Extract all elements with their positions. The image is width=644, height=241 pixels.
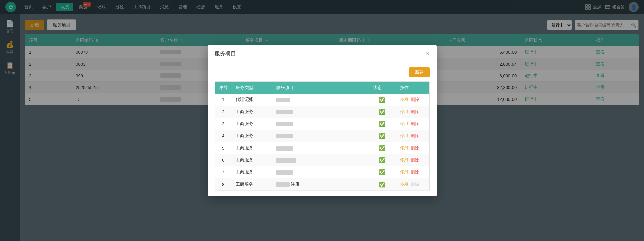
delete-button[interactable]: 删除 <box>411 146 419 150</box>
modal-cell-status: ✅ <box>369 130 396 142</box>
modal-cell-action: 停用 删除 <box>396 130 429 142</box>
modal-cell-seq: 5 <box>215 142 232 154</box>
modal-cell-action: 停用 删除 <box>396 142 429 154</box>
modal-cell-seq: 2 <box>215 106 232 118</box>
modal-toolbar: 新建 <box>215 67 430 77</box>
main-layout: 📄 合同 💰 收费 📋 对账单 新增 服务项目 进行中 全部 已终止 <box>0 14 644 241</box>
modal-cell-status: ✅ <box>369 154 396 166</box>
service-item-blurred <box>276 134 293 138</box>
modal-cell-seq: 8 <box>215 178 232 190</box>
modal-cell-action: 停用 删除 <box>396 166 429 178</box>
modal-cell-seq: 1 <box>215 94 232 106</box>
modal-cell-seq: 4 <box>215 130 232 142</box>
modal-col-action: 操作 <box>396 82 429 94</box>
modal-cell-seq: 7 <box>215 166 232 178</box>
modal-cell-action: 停用 删除 <box>396 106 429 118</box>
status-check-icon: ✅ <box>379 182 386 187</box>
modal-table-row: 7 工商服务 ✅ 停用 删除 <box>215 166 429 178</box>
modal-cell-type: 工商服务 <box>232 142 272 154</box>
delete-button[interactable]: 删除 <box>411 109 419 114</box>
status-check-icon: ✅ <box>379 157 386 163</box>
modal-cell-type: 工商服务 <box>232 166 272 178</box>
modal-title: 服务项目 <box>215 50 236 57</box>
modal-cell-item <box>272 118 369 130</box>
modal-cell-type: 工商服务 <box>232 130 272 142</box>
modal-table-row: 1 代理记账 1 ✅ 停用 删除 <box>215 94 429 106</box>
stop-button[interactable]: 停用 <box>400 121 408 126</box>
modal-new-button[interactable]: 新建 <box>409 67 430 77</box>
modal-cell-item <box>272 166 369 178</box>
service-item-blurred <box>276 110 293 114</box>
delete-button[interactable]: 删除 <box>411 97 419 102</box>
modal-cell-item <box>272 106 369 118</box>
modal-overlay[interactable]: 服务项目 × 新建 序号 服务类型 服务项目 <box>20 14 644 241</box>
modal-table: 序号 服务类型 服务项目 状态 操作 1 代理记账 1 ✅ <box>215 82 429 191</box>
modal-cell-item: 注册 <box>272 178 369 190</box>
modal-cell-type: 工商服务 <box>232 178 272 190</box>
stop-button[interactable]: 停用 <box>400 146 408 150</box>
service-modal: 服务项目 × 新建 序号 服务类型 服务项目 <box>208 45 437 196</box>
modal-header: 服务项目 × <box>208 45 437 62</box>
modal-cell-action: 停用 删除 <box>396 118 429 130</box>
modal-cell-seq: 6 <box>215 154 232 166</box>
main-content: 新增 服务项目 进行中 全部 已终止 🔍 序号 合 <box>20 14 644 241</box>
modal-col-type: 服务类型 <box>232 82 272 94</box>
modal-cell-action: 停用 删除 <box>396 154 429 166</box>
stop-button[interactable]: 停用 <box>400 133 408 138</box>
stop-button[interactable]: 停用 <box>400 182 408 187</box>
service-item-blurred <box>276 98 290 102</box>
modal-cell-status: ✅ <box>369 118 396 130</box>
status-check-icon: ✅ <box>379 109 386 115</box>
modal-table-header-row: 序号 服务类型 服务项目 状态 操作 <box>215 82 429 94</box>
modal-close-button[interactable]: × <box>426 51 430 57</box>
service-item-blurred <box>276 122 293 126</box>
service-item-blurred <box>276 146 293 151</box>
modal-cell-status: ✅ <box>369 178 396 190</box>
delete-button[interactable]: 删除 <box>411 133 419 138</box>
modal-table-body: 1 代理记账 1 ✅ 停用 删除 2 工商服务 ✅ 停用 删除 3 工商服务 ✅… <box>215 94 429 191</box>
modal-col-status: 状态 <box>369 82 396 94</box>
modal-col-item: 服务项目 <box>272 82 369 94</box>
delete-button[interactable]: 删除 <box>411 170 419 174</box>
modal-table-row: 4 工商服务 ✅ 停用 删除 <box>215 130 429 142</box>
modal-table-container: 序号 服务类型 服务项目 状态 操作 1 代理记账 1 ✅ <box>215 81 430 191</box>
modal-cell-item <box>272 142 369 154</box>
delete-button: 删除 <box>411 182 419 187</box>
service-item-blurred <box>276 170 293 175</box>
delete-button[interactable]: 删除 <box>411 158 419 162</box>
modal-cell-type: 工商服务 <box>232 154 272 166</box>
modal-table-row: 8 工商服务 注册 ✅ 停用 删除 <box>215 178 429 190</box>
modal-cell-type: 代理记账 <box>232 94 272 106</box>
modal-table-row: 2 工商服务 ✅ 停用 删除 <box>215 106 429 118</box>
modal-cell-item: 1 <box>272 94 369 106</box>
status-check-icon: ✅ <box>379 121 386 127</box>
delete-button[interactable]: 删除 <box>411 121 419 126</box>
stop-button[interactable]: 停用 <box>400 109 408 114</box>
stop-button[interactable]: 停用 <box>400 158 408 162</box>
modal-cell-status: ✅ <box>369 142 396 154</box>
service-item-blurred <box>276 158 296 163</box>
modal-cell-action: 停用 删除 <box>396 178 429 190</box>
service-item-blurred <box>276 182 290 187</box>
modal-cell-type: 工商服务 <box>232 106 272 118</box>
stop-button[interactable]: 停用 <box>400 97 408 102</box>
modal-cell-status: ✅ <box>369 94 396 106</box>
modal-body: 新建 序号 服务类型 服务项目 状态 操作 <box>208 62 437 196</box>
modal-table-row: 6 工商服务 ✅ 停用 删除 <box>215 154 429 166</box>
modal-cell-action: 停用 删除 <box>396 94 429 106</box>
modal-cell-status: ✅ <box>369 106 396 118</box>
modal-table-row: 5 工商服务 ✅ 停用 删除 <box>215 142 429 154</box>
modal-cell-type: 工商服务 <box>232 118 272 130</box>
modal-cell-item <box>272 154 369 166</box>
status-check-icon: ✅ <box>379 145 386 151</box>
modal-table-row: 3 工商服务 ✅ 停用 删除 <box>215 118 429 130</box>
status-check-icon: ✅ <box>379 133 386 139</box>
modal-cell-seq: 3 <box>215 118 232 130</box>
modal-col-seq: 序号 <box>215 82 232 94</box>
modal-cell-status: ✅ <box>369 166 396 178</box>
status-check-icon: ✅ <box>379 169 386 175</box>
modal-cell-item <box>272 130 369 142</box>
stop-button[interactable]: 停用 <box>400 170 408 174</box>
status-check-icon: ✅ <box>379 97 386 103</box>
